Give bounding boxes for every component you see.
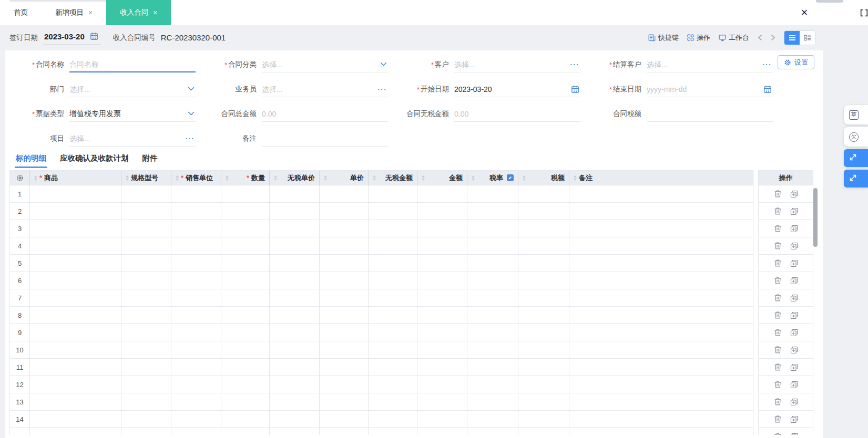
cell-sales-unit[interactable] [171, 289, 221, 306]
cell-row-remark[interactable] [569, 324, 753, 341]
cell-taxfree-price[interactable] [270, 393, 320, 410]
cell-quantity[interactable] [221, 376, 270, 393]
cell-amount[interactable] [417, 359, 467, 376]
cell-price[interactable] [320, 237, 369, 254]
delete-row-icon[interactable] [774, 259, 782, 267]
cell-taxfree-price[interactable] [270, 185, 320, 202]
cell-price[interactable] [320, 411, 369, 427]
cell-taxfree-amount[interactable] [369, 376, 417, 393]
cell-tax-rate[interactable] [467, 272, 518, 289]
cell-price[interactable] [320, 376, 369, 393]
cell-taxfree-price[interactable] [270, 359, 320, 376]
sort-icon[interactable] [422, 175, 425, 181]
cell-tax-rate[interactable] [467, 393, 518, 410]
cell-spec-model[interactable] [121, 255, 171, 272]
delete-row-icon[interactable] [774, 328, 782, 337]
calendar-icon[interactable] [90, 32, 98, 40]
ellipsis-icon[interactable]: ··· [569, 62, 581, 67]
cell-sales-unit[interactable] [171, 341, 221, 358]
cell-sales-unit[interactable] [171, 393, 221, 410]
cell-amount[interactable] [417, 272, 467, 289]
cell-quantity[interactable] [221, 359, 270, 376]
project-input[interactable] [69, 132, 185, 145]
delete-row-icon[interactable] [774, 242, 782, 250]
column-header-row-remark[interactable]: 备注 [569, 171, 753, 185]
toolbar-workbench-button[interactable]: 工作台 [719, 33, 749, 43]
cell-quantity[interactable] [221, 255, 270, 272]
column-header-taxfree-price[interactable]: 无税单价 [270, 171, 320, 185]
chevron-down-icon[interactable] [379, 62, 388, 67]
cell-taxfree-price[interactable] [270, 428, 320, 435]
settings-button[interactable]: 设置 [778, 55, 814, 69]
cell-row-remark[interactable] [569, 185, 753, 202]
cell-row-remark[interactable] [569, 393, 753, 410]
cell-taxfree-price[interactable] [270, 341, 320, 358]
cell-row-remark[interactable] [569, 220, 753, 237]
copy-row-icon[interactable] [790, 415, 798, 423]
cell-quantity[interactable] [221, 237, 270, 254]
cell-amount[interactable] [417, 220, 467, 237]
cell-quantity[interactable] [221, 428, 270, 435]
cell-taxfree-amount[interactable] [369, 411, 417, 427]
close-tab-icon[interactable]: × [88, 9, 93, 16]
cell-tax-rate[interactable] [467, 255, 518, 272]
cell-amount[interactable] [417, 341, 467, 358]
sort-icon[interactable] [523, 175, 526, 181]
sign-date-field[interactable]: 2023-03-20 [43, 31, 101, 45]
cell-spec-model[interactable] [121, 289, 171, 306]
cell-taxfree-amount[interactable] [369, 307, 417, 324]
cell-tax-amount[interactable] [518, 376, 569, 393]
cell-product[interactable] [30, 393, 121, 410]
cell-tax-rate[interactable] [467, 237, 518, 254]
column-header-tax-rate[interactable]: 税率 [467, 171, 518, 185]
cell-product[interactable] [30, 324, 121, 341]
copy-row-icon[interactable] [790, 433, 798, 435]
copy-row-icon[interactable] [790, 294, 798, 302]
cell-price[interactable] [320, 255, 369, 272]
cell-row-remark[interactable] [569, 237, 753, 254]
cell-row-remark[interactable] [569, 359, 753, 376]
contract-name-input[interactable] [69, 57, 196, 71]
cell-amount[interactable] [417, 237, 467, 254]
cell-taxfree-amount[interactable] [369, 393, 417, 410]
cell-price[interactable] [320, 185, 369, 202]
cell-tax-rate[interactable] [467, 220, 518, 237]
copy-row-icon[interactable] [790, 277, 798, 285]
end-date-input[interactable] [647, 82, 762, 96]
delete-row-icon[interactable] [774, 398, 782, 406]
expand-top-button[interactable] [844, 149, 868, 167]
copy-row-icon[interactable] [790, 346, 798, 354]
column-header-product[interactable]: *商品 [30, 171, 121, 185]
close-tab-icon[interactable]: × [153, 9, 157, 16]
copy-row-icon[interactable] [790, 329, 798, 337]
sort-icon[interactable] [472, 175, 475, 181]
cell-spec-model[interactable] [121, 411, 171, 427]
cell-price[interactable] [320, 307, 369, 324]
cell-tax-amount[interactable] [518, 203, 569, 220]
cell-sales-unit[interactable] [171, 428, 221, 435]
cell-taxfree-price[interactable] [270, 289, 320, 306]
toolbar-operate-button[interactable]: 操作 [687, 33, 710, 43]
debt-button[interactable]: 欠 [844, 127, 868, 147]
cell-tax-amount[interactable] [518, 411, 569, 427]
cell-spec-model[interactable] [121, 359, 171, 376]
cell-spec-model[interactable] [121, 428, 171, 435]
cell-taxfree-amount[interactable] [369, 185, 417, 202]
copy-row-icon[interactable] [790, 381, 798, 389]
cell-amount[interactable] [417, 393, 467, 410]
cell-sales-unit[interactable] [171, 359, 221, 376]
cell-row-remark[interactable] [569, 272, 753, 289]
cell-price[interactable] [320, 289, 369, 306]
cell-spec-model[interactable] [121, 203, 171, 220]
cell-spec-model[interactable] [121, 393, 171, 410]
cell-amount[interactable] [417, 324, 467, 341]
edit-tax-rate-icon[interactable] [507, 174, 514, 181]
cell-row-remark[interactable] [569, 255, 753, 272]
contract-category-input[interactable] [262, 58, 379, 71]
sort-icon[interactable] [34, 175, 37, 181]
delete-row-icon[interactable] [774, 432, 782, 435]
cell-quantity[interactable] [221, 289, 270, 306]
cell-taxfree-amount[interactable] [369, 272, 417, 289]
cell-tax-amount[interactable] [518, 393, 569, 410]
column-header-quantity[interactable]: *数量 [221, 171, 270, 185]
